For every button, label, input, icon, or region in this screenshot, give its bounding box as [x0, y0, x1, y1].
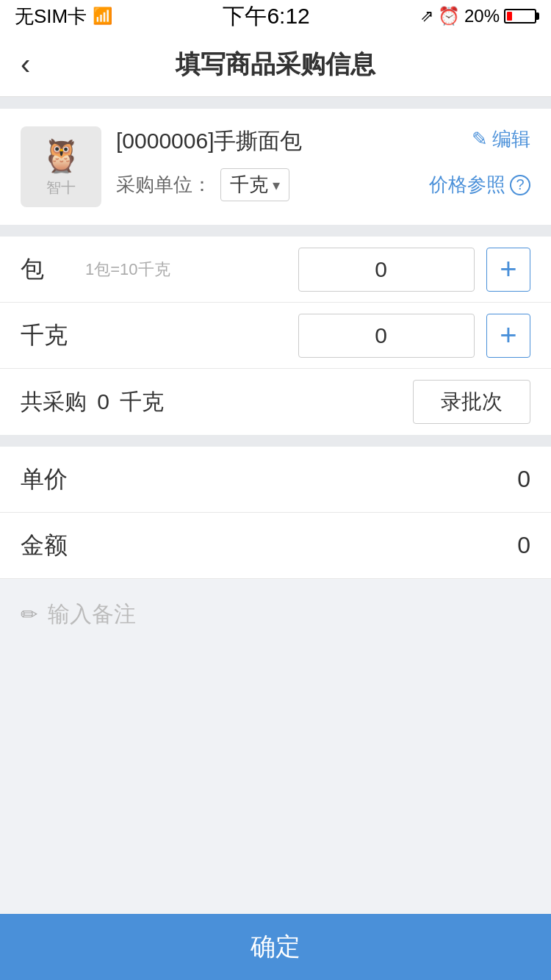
amount-value: 0 — [517, 532, 530, 559]
kg-input[interactable] — [298, 314, 475, 358]
battery-text: 20% — [464, 6, 500, 26]
status-left: 无SIM卡 📶 — [15, 4, 112, 29]
time-display: 下午6:12 — [223, 1, 309, 32]
page-title: 填写商品采购信息 — [176, 48, 375, 82]
chevron-down-icon: ▾ — [273, 176, 280, 194]
back-button[interactable]: ‹ — [21, 48, 30, 81]
price-ref-button[interactable]: 价格参照 ? — [429, 172, 530, 198]
kg-label: 千克 — [21, 320, 79, 352]
product-unit-row: 采购单位： 千克 ▾ 价格参照 ? — [116, 168, 530, 201]
unit-label: 采购单位： — [116, 172, 212, 198]
product-image: 🦉 智十 — [21, 126, 101, 207]
bao-plus-button[interactable]: + — [486, 248, 530, 292]
bao-label: 包 — [21, 253, 79, 286]
pencil-icon: ✏ — [21, 602, 37, 627]
summary-unit: 千克 — [120, 389, 164, 414]
amount-row: 金额 0 — [0, 513, 551, 579]
section-divider-info — [0, 435, 551, 447]
bao-input-row: 包 1包=10千克 + — [0, 237, 551, 303]
remark-row: ✏ 输入备注 — [21, 599, 530, 630]
kg-plus-button[interactable]: + — [486, 314, 530, 358]
product-info: [0000006]手撕面包 采购单位： 千克 ▾ 价格参照 ? — [116, 126, 530, 201]
status-bar: 无SIM卡 📶 下午6:12 ⇗ ⏰ 20% — [0, 0, 551, 32]
amount-label: 金额 — [21, 530, 68, 562]
price-ref-label: 价格参照 — [429, 172, 505, 198]
section-divider-mid — [0, 225, 551, 237]
summary-value: 0 — [97, 389, 109, 414]
edit-button[interactable]: ✎ 编辑 — [472, 126, 530, 152]
alarm-icon: ⏰ — [438, 6, 460, 26]
edit-label: 编辑 — [492, 126, 530, 152]
summary-row: 共采购 0 千克 录批次 — [0, 369, 551, 435]
product-logo-label: 智十 — [46, 178, 76, 198]
product-logo-icon: 🦉 — [41, 137, 82, 175]
input-section: 包 1包=10千克 + 千克 + — [0, 237, 551, 369]
section-divider-top — [0, 97, 551, 109]
product-name: [0000006]手撕面包 — [116, 126, 530, 156]
wifi-icon: 📶 — [93, 7, 112, 26]
info-section: 单价 0 金额 0 — [0, 447, 551, 579]
remark-placeholder-text: 输入备注 — [48, 599, 136, 630]
bao-field-wrap: + — [170, 248, 530, 292]
confirm-button-label: 确定 — [251, 930, 300, 964]
unit-price-value: 0 — [517, 466, 530, 493]
product-card: 🦉 智十 [0000006]手撕面包 采购单位： 千克 ▾ 价格参照 ? ✎ 编… — [0, 109, 551, 225]
unit-price-label: 单价 — [21, 464, 68, 496]
record-batch-button[interactable]: 录批次 — [413, 380, 530, 424]
bao-sublabel: 1包=10千克 — [85, 259, 170, 281]
unit-price-row: 单价 0 — [0, 447, 551, 513]
confirm-button[interactable]: 确定 — [0, 914, 551, 980]
status-right: ⇗ ⏰ 20% — [420, 6, 536, 26]
carrier-text: 无SIM卡 — [15, 4, 87, 29]
help-icon: ? — [510, 175, 530, 195]
bao-input[interactable] — [298, 248, 475, 292]
summary-prefix: 共采购 — [21, 389, 87, 414]
unit-value: 千克 — [230, 172, 268, 198]
kg-input-row: 千克 + — [0, 303, 551, 369]
kg-field-wrap: + — [79, 314, 530, 358]
edit-icon: ✎ — [472, 128, 488, 151]
location-icon: ⇗ — [420, 7, 433, 26]
battery-icon — [504, 9, 536, 24]
unit-selector[interactable]: 千克 ▾ — [220, 168, 289, 201]
remark-section[interactable]: ✏ 输入备注 — [0, 579, 551, 726]
nav-bar: ‹ 填写商品采购信息 — [0, 32, 551, 97]
summary-text: 共采购 0 千克 — [21, 387, 164, 417]
